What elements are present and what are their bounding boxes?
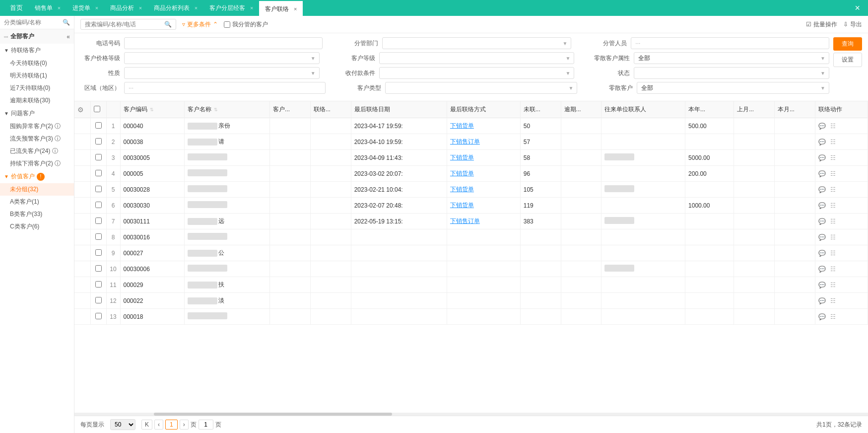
chat-icon[interactable]: 💬 [818, 170, 826, 177]
sidebar-item-class-c[interactable]: C类客户(6) [0, 220, 74, 233]
sidebar-item-declining[interactable]: 持续下滑客户(2) ⓘ [0, 157, 74, 170]
row-checkbox[interactable] [95, 186, 102, 192]
close-tab-customer-segment-icon[interactable]: × [250, 5, 253, 11]
grid-action-icon[interactable]: ☷ [830, 186, 836, 193]
chat-icon[interactable]: 💬 [818, 139, 826, 145]
close-tab-sales-icon[interactable]: × [58, 5, 61, 11]
row-checkbox[interactable] [95, 281, 102, 288]
sidebar-item-today[interactable]: 今天待联络(0) [0, 57, 74, 70]
batch-op-button[interactable]: ☑ 批量操作 [806, 20, 837, 29]
close-tab-purchase-icon[interactable]: × [95, 5, 98, 11]
grid-action-icon[interactable]: ☷ [830, 139, 836, 145]
grid-action-icon[interactable]: ☷ [830, 250, 836, 257]
nav-tab-sales[interactable]: 销售单 × [29, 0, 67, 16]
row-checkbox[interactable] [95, 217, 102, 224]
nature-select[interactable] [124, 67, 320, 79]
price-grade-select[interactable] [124, 52, 320, 64]
row-checkbox[interactable] [95, 313, 102, 319]
cell-this-year: 5000.00 [685, 150, 734, 166]
nav-home[interactable]: 首页 [4, 0, 29, 16]
chat-icon[interactable]: 💬 [818, 186, 826, 193]
chat-icon[interactable]: 💬 [818, 297, 826, 304]
my-customers-checkbox[interactable] [224, 21, 230, 28]
chat-icon[interactable]: 💬 [818, 218, 826, 225]
row-checkbox[interactable] [95, 138, 102, 144]
grid-action-icon[interactable]: ☷ [830, 297, 836, 304]
query-button[interactable]: 查询 [833, 37, 862, 51]
sidebar-item-churned[interactable]: 已流失客户(24) ⓘ [0, 145, 74, 157]
retail-attr-select[interactable]: 全部 [634, 52, 829, 64]
sidebar-item-class-a[interactable]: A类客户(1) [0, 196, 74, 208]
dept-select[interactable] [382, 37, 572, 49]
cell-this-year [685, 277, 734, 293]
more-conditions-button[interactable]: ▿ 更多条件 ⌃ [182, 20, 218, 29]
customer-type-select[interactable] [385, 82, 578, 94]
sidebar-group-pending[interactable]: ▼ 待联络客户 [0, 44, 74, 57]
row-checkbox[interactable] [95, 202, 102, 208]
nav-tab-purchase[interactable]: 进货单 × [67, 0, 104, 16]
chat-icon[interactable]: 💬 [818, 123, 826, 130]
sidebar-search-input[interactable] [4, 19, 61, 26]
chat-icon[interactable]: 💬 [818, 202, 826, 209]
grid-action-icon[interactable]: ☷ [830, 154, 836, 161]
close-tab-customer-contact-icon[interactable]: × [294, 6, 297, 12]
sidebar-item-unclassified[interactable]: 未分组(32) [0, 183, 74, 196]
phone-input[interactable] [124, 37, 323, 49]
sidebar-item-churn-warning[interactable]: 流失预警客户(3) ⓘ [0, 133, 74, 145]
page-size-select[interactable]: 5020100 [110, 419, 135, 430]
sidebar-group-problem[interactable]: ▼ 问题客户 [0, 107, 74, 120]
status-select[interactable] [634, 67, 829, 79]
grid-action-icon[interactable]: ☷ [830, 123, 836, 130]
window-close-button[interactable]: × [851, 3, 864, 13]
sidebar-item-7days[interactable]: 近7天待联络(0) [0, 82, 74, 94]
search-input[interactable] [85, 21, 164, 28]
page-first-button[interactable]: K [141, 420, 152, 430]
retail-select[interactable]: 全部 [637, 82, 829, 94]
page-prev-button[interactable]: ‹ [154, 420, 163, 430]
nav-tab-customer-segment[interactable]: 客户分层经客 × [203, 0, 259, 16]
reset-button[interactable]: 设置 [833, 53, 862, 67]
chat-icon[interactable]: 💬 [818, 313, 826, 320]
sidebar-item-class-b[interactable]: B类客户(33) [0, 208, 74, 220]
page-next-button[interactable]: › [180, 420, 189, 430]
sidebar-group-value[interactable]: ▼ 价值客户 ! [0, 170, 74, 183]
chat-icon[interactable]: 💬 [818, 266, 826, 273]
settings-icon[interactable]: ⚙ [77, 106, 84, 114]
close-tab-analysis-icon[interactable]: × [139, 5, 142, 11]
select-all-checkbox[interactable] [94, 106, 100, 112]
chat-icon[interactable]: 💬 [818, 234, 826, 241]
chat-icon[interactable]: 💬 [818, 250, 826, 257]
person-dots-button[interactable]: ··· [631, 37, 829, 49]
payment-select[interactable] [379, 67, 575, 79]
grid-action-icon[interactable]: ☷ [830, 266, 836, 273]
row-checkbox[interactable] [95, 170, 102, 176]
grid-action-icon[interactable]: ☷ [830, 234, 836, 241]
row-checkbox[interactable] [95, 233, 102, 240]
sidebar-item-tomorrow[interactable]: 明天待联络(1) [0, 70, 74, 82]
nav-tab-analysis-list[interactable]: 商品分析列表 × [148, 0, 203, 16]
region-dots-button[interactable]: ··· [124, 82, 326, 94]
sidebar-all-customers[interactable]: ▫▫ 全部客户 « [0, 29, 74, 44]
nav-tab-customer-contact[interactable]: 客户联络 × [259, 0, 303, 16]
row-checkbox[interactable] [95, 154, 102, 160]
grid-action-icon[interactable]: ☷ [830, 170, 836, 177]
chat-icon[interactable]: 💬 [818, 154, 826, 161]
grid-action-icon[interactable]: ☷ [830, 313, 836, 320]
row-checkbox[interactable] [95, 122, 102, 129]
row-checkbox[interactable] [95, 265, 102, 272]
nav-tab-analysis[interactable]: 商品分析 × [104, 0, 148, 16]
sidebar-item-overdue[interactable]: 逾期未联络(30) [0, 94, 74, 107]
grid-action-icon[interactable]: ☷ [830, 202, 836, 209]
chat-icon[interactable]: 💬 [818, 282, 826, 289]
my-customers-filter[interactable]: 我分管的客户 [224, 20, 268, 29]
row-checkbox[interactable] [95, 249, 102, 256]
close-tab-analysis-list-icon[interactable]: × [195, 5, 198, 11]
grid-action-icon[interactable]: ☷ [830, 218, 836, 225]
export-button[interactable]: ⇩ 导出 [843, 20, 862, 29]
grade-select[interactable] [379, 52, 575, 64]
page-jump-input[interactable] [199, 420, 213, 430]
horizontal-scrollbar[interactable] [74, 413, 868, 416]
grid-action-icon[interactable]: ☷ [830, 282, 836, 289]
sidebar-item-hoarding[interactable]: 囤购异常客户(2) ⓘ [0, 120, 74, 133]
row-checkbox[interactable] [95, 297, 102, 303]
